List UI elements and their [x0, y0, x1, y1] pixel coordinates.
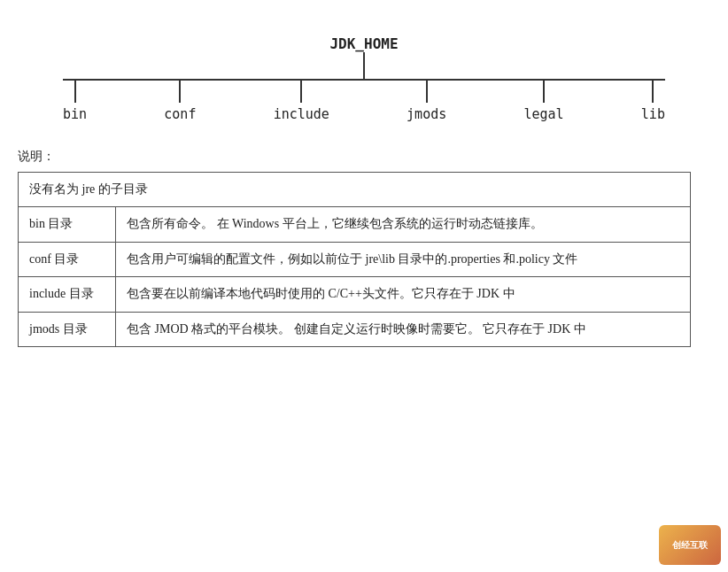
- table-cell-bin-label: bin 目录: [19, 207, 116, 242]
- tree-branches: bin conf include jmods legal lib: [63, 81, 665, 122]
- branch-vertical-legal: [543, 81, 545, 103]
- table-cell-include-label: include 目录: [19, 277, 116, 312]
- table-row-bin: bin 目录 包含所有命令。 在 Windows 平台上，它继续包含系统的运行时…: [19, 207, 691, 242]
- description-table: 没有名为 jre 的子目录 bin 目录 包含所有命令。 在 Windows 平…: [18, 172, 691, 347]
- branch-vertical-lib: [652, 81, 654, 103]
- branch-label-jmods: jmods: [407, 106, 446, 122]
- branch-lib: lib: [641, 81, 665, 122]
- branch-label-conf: conf: [164, 106, 196, 122]
- branch-vertical-include: [300, 81, 302, 103]
- watermark-text: 创经互联: [672, 539, 708, 552]
- branch-vertical-conf: [179, 81, 181, 103]
- root-vertical-connector: [363, 52, 365, 79]
- branch-label-include: include: [274, 106, 329, 122]
- table-row-include: include 目录 包含要在以前编译本地代码时使用的 C/C++头文件。它只存…: [19, 277, 691, 312]
- table-row-jmods: jmods 目录 包含 JMOD 格式的平台模块。 创建自定义运行时映像时需要它…: [19, 312, 691, 346]
- description-label: 说明：: [18, 149, 710, 165]
- tree-root-label: JDK_HOME: [329, 35, 398, 52]
- branch-label-legal: legal: [523, 106, 563, 122]
- table-row-jre: 没有名为 jre 的子目录: [19, 173, 691, 207]
- branch-vertical-bin: [74, 81, 76, 103]
- branch-bin: bin: [63, 81, 87, 122]
- table-cell-include-desc: 包含要在以前编译本地代码时使用的 C/C++头文件。它只存在于 JDK 中: [116, 277, 691, 312]
- table-cell-jmods-label: jmods 目录: [19, 312, 116, 346]
- branch-label-bin: bin: [63, 106, 87, 122]
- table-cell-conf-desc: 包含用户可编辑的配置文件，例如以前位于 jre\lib 目录中的.propert…: [116, 242, 691, 276]
- branch-vertical-jmods: [426, 81, 428, 103]
- branch-jmods: jmods: [407, 81, 446, 122]
- branch-legal: legal: [523, 81, 563, 122]
- branch-conf: conf: [164, 81, 196, 122]
- branch-label-lib: lib: [641, 106, 665, 122]
- table-cell-jmods-desc: 包含 JMOD 格式的平台模块。 创建自定义运行时映像时需要它。 它只存在于 J…: [116, 312, 691, 346]
- branch-include: include: [274, 81, 329, 122]
- table-cell-conf-label: conf 目录: [19, 242, 116, 276]
- watermark: 创经互联: [659, 525, 721, 565]
- description-section: 说明： 没有名为 jre 的子目录 bin 目录 包含所有命令。 在 Windo…: [18, 149, 710, 347]
- tree-diagram: JDK_HOME bin conf include jmods legal li…: [18, 18, 710, 122]
- table-cell-jre-full: 没有名为 jre 的子目录: [19, 173, 691, 207]
- table-row-conf: conf 目录 包含用户可编辑的配置文件，例如以前位于 jre\lib 目录中的…: [19, 242, 691, 276]
- table-cell-bin-desc: 包含所有命令。 在 Windows 平台上，它继续包含系统的运行时动态链接库。: [116, 207, 691, 242]
